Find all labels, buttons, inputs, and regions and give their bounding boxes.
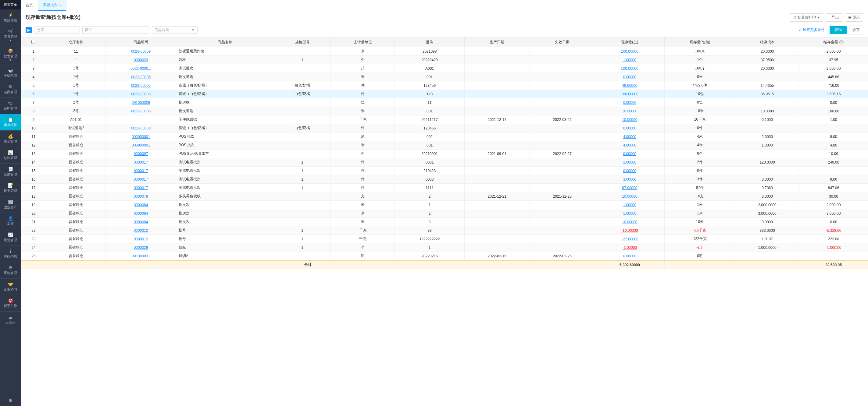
cell-qty-main[interactable]: 1.00000 (595, 56, 664, 64)
cell-index: 21 (21, 218, 46, 226)
cell-batch: 20210901 (395, 149, 465, 158)
cell-qty-main[interactable]: 10.00000 (595, 115, 664, 124)
cell-qty-main[interactable]: 0.00000 (595, 98, 664, 107)
cell-code[interactable]: 0000084 (106, 209, 176, 218)
sidebar-item-tax[interactable]: 📝 税务管理 (0, 180, 21, 197)
cell-code[interactable]: 0000029 (106, 243, 176, 252)
cell-code[interactable]: 0000078 (106, 192, 176, 201)
sidebar-item-cloud[interactable]: ☁ 云应用 (0, 312, 21, 328)
cell-code[interactable]: 000900001 (106, 133, 176, 141)
cell-code[interactable]: 0023-00005 (106, 73, 176, 81)
sidebar-item-payroll[interactable]: 👤 工资 (0, 213, 21, 229)
tab-close-button[interactable]: × (59, 3, 61, 7)
cell-code[interactable]: 0000084 (106, 218, 176, 226)
cell-code[interactable]: 0000012 (106, 235, 176, 243)
expand-more-conditions[interactable]: ✓ 展开更多条件 (796, 27, 827, 33)
cell-exp-date (530, 243, 595, 252)
sidebar-item-small-ecommerce[interactable]: 🐋 小鲸电商 (0, 65, 21, 81)
cell-code[interactable]: 0023-00005 (106, 107, 176, 115)
cell-exp-date (530, 201, 595, 209)
cell-prod-date (464, 124, 530, 133)
cell-qty-main[interactable]: 87.00000 (595, 184, 664, 192)
cell-qty-main[interactable]: 0.00000 (595, 167, 664, 175)
batch-print-button[interactable]: 🖨 批量假打印 ▼ (789, 13, 823, 22)
cell-code[interactable]: 0000017 (106, 175, 176, 184)
settings-gear-icon[interactable]: ⚙ (0, 395, 21, 406)
sidebar-item-purchase[interactable]: 🛍 采购管理 (0, 98, 21, 114)
cell-qty-main[interactable]: 3.00000 (595, 175, 664, 184)
cell-code[interactable]: 0000012 (106, 226, 176, 235)
col-code: 商品编码 (106, 37, 176, 47)
cell-code[interactable]: 0000017 (106, 184, 176, 192)
cell-qty-main[interactable]: 122.00000 (595, 235, 664, 243)
cell-qty-main[interactable]: 100.00000 (595, 64, 664, 73)
cell-code[interactable]: 0000017 (106, 158, 176, 167)
sidebar-search[interactable]: 搜索菜单 (0, 0, 21, 9)
amount-info-icon[interactable]: ① (839, 40, 844, 44)
cell-code[interactable] (106, 115, 176, 124)
cell-code[interactable]: 0023-00009 (106, 47, 176, 56)
cell-qty-main[interactable]: -16.00000 (595, 226, 664, 235)
select-all-checkbox[interactable] (31, 40, 35, 44)
col-prod-date: 生产日期 (464, 37, 530, 47)
tab-inventory-batch[interactable]: 库存批次 × (38, 0, 66, 11)
sidebar-item-inventory[interactable]: 📋 库存核算 (0, 114, 21, 131)
cell-code[interactable]: 000900001 (106, 141, 176, 149)
filter-collapse-button[interactable]: ▶ (26, 27, 32, 33)
cell-exp-date (530, 218, 595, 226)
display-button[interactable]: ☰ 显示 (845, 13, 863, 22)
sidebar-item-sales[interactable]: 🛒 零售管理 ▼ (0, 26, 21, 45)
export-button[interactable]: ↑ 导出 (826, 13, 842, 22)
cell-qty-main[interactable]: 100.00000 (595, 90, 664, 98)
cell-qty-main[interactable]: 4.00000 (595, 133, 664, 141)
cell-code[interactable]: 0023-0000... (106, 64, 176, 73)
search-button[interactable]: 查询 (830, 26, 847, 34)
cell-qty-main[interactable]: 100.00000 (595, 47, 664, 56)
sidebar-item-fixed-assets[interactable]: 🏢 固定资产 (0, 197, 21, 213)
tab-home[interactable]: 首页 (21, 0, 38, 11)
cell-qty-main[interactable]: 1.00000 (595, 201, 664, 209)
sidebar-item-sys[interactable]: ⚙ 系统管理 (0, 262, 21, 279)
sidebar-item-summary[interactable]: 📊 总账管理 (0, 147, 21, 164)
sidebar-item-label: 电商管理 (1, 90, 20, 94)
cell-code[interactable]: 0000097 (106, 149, 176, 158)
filter-settings-button[interactable]: 设置 (849, 26, 863, 34)
cell-qty-main[interactable]: 1.00000 (595, 209, 664, 218)
cell-qty-main[interactable]: 10.00000 (595, 218, 664, 226)
cell-code[interactable]: 0023-00005 (106, 81, 176, 90)
sidebar-item-batch[interactable]: 📦 批发管理 ▼ (0, 45, 21, 65)
cell-qty-main[interactable]: 0.00000 (595, 124, 664, 133)
cell-qty-main[interactable]: 0.00000 (595, 252, 664, 261)
cell-code[interactable]: 001000031 (106, 252, 176, 261)
product-filter[interactable]: 商品 ··· (82, 26, 149, 34)
sidebar-item-enterprise[interactable]: 🤝 企业协同 (0, 279, 21, 295)
sidebar-item-operations[interactable]: 📈 经营管理 (0, 229, 21, 246)
warehouse-filter[interactable]: 仓库 ··· (34, 26, 80, 34)
cell-index: 15 (21, 167, 46, 175)
cell-code[interactable]: 0000084 (106, 201, 176, 209)
cell-code[interactable]: 0000017 (106, 167, 176, 175)
cell-qty-main[interactable]: 10.00000 (595, 107, 664, 115)
finance-icon: 💰 (1, 134, 20, 139)
cell-qty-main[interactable]: 10.00000 (595, 192, 664, 201)
sidebar-item-basic-info[interactable]: ℹ 基础信息 (0, 246, 21, 262)
cell-code[interactable]: 001000026 (106, 98, 176, 107)
cell-qty-main[interactable]: 0.00000 (595, 73, 664, 81)
cell-qty-pkg: 3件 (664, 175, 735, 184)
cell-qty-main[interactable]: 4.00000 (595, 141, 664, 149)
sidebar-item-guide[interactable]: 🎯 新手引导 (0, 295, 21, 312)
sidebar-item-ecommerce[interactable]: 🖥 电商管理 (0, 81, 21, 98)
cell-qty-main[interactable]: 2.00000 (595, 158, 664, 167)
cell-code[interactable]: 0000029 (106, 56, 176, 64)
cell-qty-main[interactable]: -1.00000 (595, 243, 664, 252)
col-unit: 主计量单位 (331, 37, 395, 47)
cell-code[interactable]: 0023-00008 (106, 90, 176, 98)
category-filter[interactable]: 商品分类 ··· ▼ (152, 26, 197, 34)
sidebar-item-quick-nav[interactable]: ⚡ 快捷导航 (0, 9, 21, 26)
sidebar-item-invoice[interactable]: 🧾 发票管理 (0, 164, 21, 180)
cell-qty-main[interactable]: 0.00000 (595, 149, 664, 158)
sidebar-item-finance[interactable]: 💰 资金管理 (0, 131, 21, 147)
cell-code[interactable]: 0023-00008 (106, 124, 176, 133)
cell-qty-main[interactable]: 49.60000 (595, 81, 664, 90)
cell-name: 富诚（白色/奶橘） (176, 124, 274, 133)
